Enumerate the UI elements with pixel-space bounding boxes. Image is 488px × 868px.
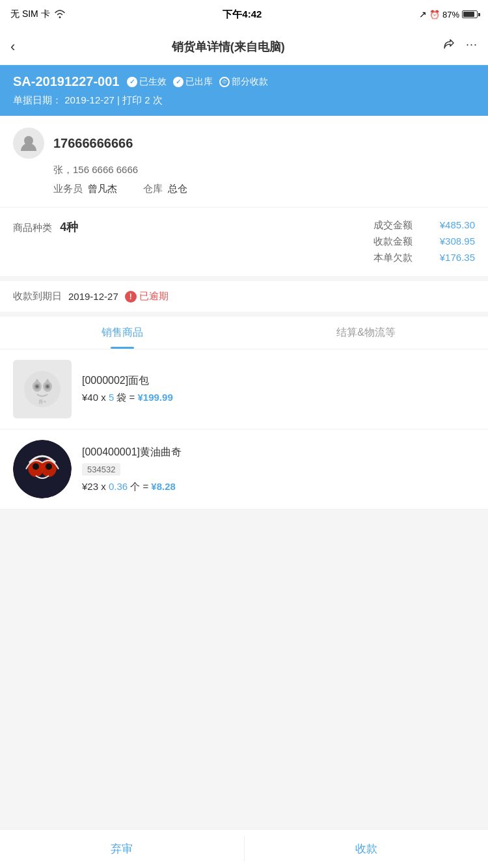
product-info-1: [0000002]面包 ¥40 x 5 袋 = ¥199.99 xyxy=(82,374,475,404)
status-time: 下午4:42 xyxy=(223,8,262,21)
svg-point-13 xyxy=(46,463,52,470)
overdue-warning-icon: ! xyxy=(125,291,137,303)
tab-sales-products[interactable]: 销售商品 xyxy=(0,317,244,349)
product-sku-2: 534532 xyxy=(82,463,120,476)
product-thumb-1: 兽+ xyxy=(13,360,72,418)
nav-actions: ··· xyxy=(441,38,478,55)
product-name-2: [000400001]黄油曲奇 xyxy=(82,446,475,459)
back-button[interactable]: ‹ xyxy=(10,38,15,55)
customer-phone: 张，156 6666 6666 xyxy=(13,164,475,176)
product-item-1: 兽+ [0000002]面包 ¥40 x 5 袋 = ¥199.99 xyxy=(0,349,488,429)
customer-id: 17666666666 xyxy=(53,136,133,151)
product-name-1: [0000002]面包 xyxy=(82,374,475,388)
svg-point-7 xyxy=(46,385,49,388)
stats-section: 商品种类 4种 成交金额 ¥485.30 收款金额 ¥308.95 本单欠款 ¥… xyxy=(0,208,488,281)
battery-icon xyxy=(462,10,478,18)
clock-icon: ⏱ xyxy=(219,77,230,87)
sales-person: 业务员 曾凡杰 xyxy=(53,183,117,195)
alarm-icon: ⏰ xyxy=(429,10,440,20)
tab-settlement-logistics[interactable]: 结算&物流等 xyxy=(244,317,488,349)
collection-row: 收款金额 ¥308.95 xyxy=(373,236,475,248)
product-type-info: 商品种类 4种 xyxy=(13,219,78,235)
collect-payment-button[interactable]: 收款 xyxy=(245,830,489,868)
overdue-text: 已逾期 xyxy=(139,290,169,303)
status-bar: 无 SIM 卡 下午4:42 ↗ ⏰ 87% xyxy=(0,0,488,29)
svg-point-12 xyxy=(33,463,39,470)
bottom-bar: 弃审 收款 xyxy=(0,829,488,868)
total-1: ¥199.99 xyxy=(138,392,173,403)
status-indicators: ↗ ⏰ 87% xyxy=(419,9,478,20)
wifi-icon xyxy=(54,9,66,20)
amount-row: 成交金额 ¥485.30 xyxy=(373,219,475,232)
debt-row: 本单欠款 ¥176.35 xyxy=(373,252,475,264)
product-price-2: ¥23 x 0.36 个 = ¥8.28 xyxy=(82,481,475,493)
order-date-line: 单据日期： 2019-12-27 | 打印 2 次 xyxy=(13,94,475,107)
qty-1: 5 xyxy=(109,392,114,403)
carrier-text: 无 SIM 卡 xyxy=(10,8,50,20)
order-number: SA-20191227-001 xyxy=(13,74,119,89)
product-thumb-2 xyxy=(13,440,72,498)
order-status-tags: ✓ 已生效 ✓ 已出库 ⏱ 部分收款 xyxy=(127,76,268,88)
nav-bar: ‹ 销货单详情(来自电脑) ··· xyxy=(0,29,488,65)
tag-partial-payment: ⏱ 部分收款 xyxy=(219,76,268,88)
financial-stats: 成交金额 ¥485.30 收款金额 ¥308.95 本单欠款 ¥176.35 xyxy=(373,219,475,264)
check-icon-2: ✓ xyxy=(173,77,183,87)
battery-text: 87% xyxy=(442,10,459,20)
share-icon[interactable] xyxy=(441,38,455,55)
product-list: 兽+ [0000002]面包 ¥40 x 5 袋 = ¥199.99 xyxy=(0,349,488,509)
overdue-badge: ! 已逾期 xyxy=(125,290,169,303)
location-icon: ↗ xyxy=(419,9,427,20)
total-2: ¥8.28 xyxy=(151,481,176,492)
svg-text:兽+: 兽+ xyxy=(38,399,47,405)
product-price-1: ¥40 x 5 袋 = ¥199.99 xyxy=(82,392,475,404)
customer-section: 17666666666 张，156 6666 6666 业务员 曾凡杰 仓库 总… xyxy=(0,116,488,208)
warehouse: 仓库 总仓 xyxy=(143,183,187,195)
more-icon[interactable]: ··· xyxy=(466,38,478,55)
tag-shipped: ✓ 已出库 xyxy=(173,76,213,88)
check-icon: ✓ xyxy=(127,77,137,87)
product-item-2: [000400001]黄油曲奇 534532 ¥23 x 0.36 个 = ¥8… xyxy=(0,429,488,509)
tag-effective: ✓ 已生效 xyxy=(127,76,167,88)
page-title: 销货单详情(来自电脑) xyxy=(172,39,285,55)
qty-2: 0.36 xyxy=(109,481,128,492)
customer-avatar xyxy=(13,128,44,159)
svg-point-6 xyxy=(36,385,38,388)
tabs: 销售商品 结算&物流等 xyxy=(0,317,488,349)
product-info-2: [000400001]黄油曲奇 534532 ¥23 x 0.36 个 = ¥8… xyxy=(82,446,475,493)
status-carrier: 无 SIM 卡 xyxy=(10,8,66,20)
cancel-review-button[interactable]: 弃审 xyxy=(0,830,244,868)
due-date-section: 收款到期日 2019-12-27 ! 已逾期 xyxy=(0,281,488,317)
order-header-banner: SA-20191227-001 ✓ 已生效 ✓ 已出库 ⏱ 部分收款 单据日期：… xyxy=(0,65,488,116)
customer-meta: 业务员 曾凡杰 仓库 总仓 xyxy=(13,183,475,195)
